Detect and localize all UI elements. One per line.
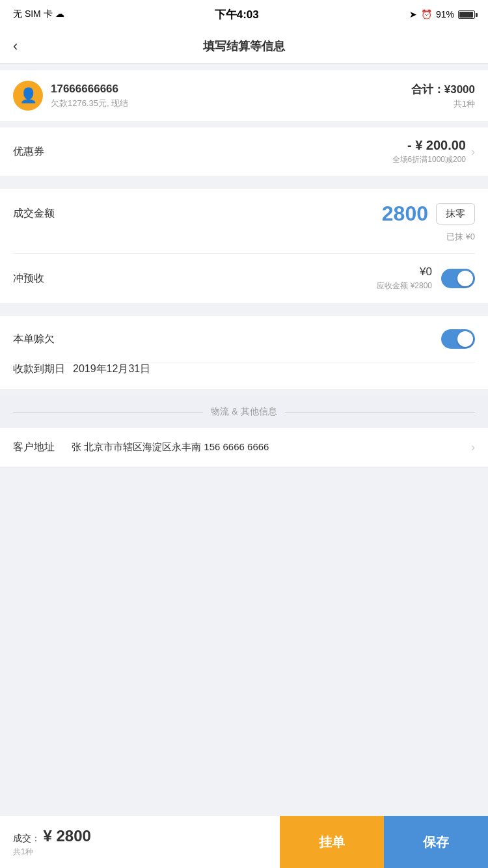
avatar-icon: 👤 bbox=[20, 87, 37, 104]
address-value: 张 北京市市辖区海淀区永丰南 156 6666 6666 bbox=[65, 440, 471, 455]
divider-1 bbox=[0, 121, 488, 128]
empty-area bbox=[0, 467, 488, 558]
bottom-count: 共1种 bbox=[13, 847, 267, 858]
coupon-row[interactable]: 优惠券 - ¥ 200.00 全场6折满1000减200 › bbox=[0, 128, 488, 176]
coupon-right-content: - ¥ 200.00 全场6折满1000减200 bbox=[392, 138, 466, 165]
logistics-line-left bbox=[13, 412, 203, 413]
status-left: 无 SIM 卡 ☁ bbox=[13, 8, 64, 20]
pre-collect-toggle[interactable] bbox=[441, 269, 475, 288]
date-value: 2019年12月31日 bbox=[73, 362, 150, 376]
status-time: 下午4:03 bbox=[215, 7, 259, 22]
user-right: 合计：¥3000 共1种 bbox=[411, 82, 475, 110]
location-icon: ➤ bbox=[409, 9, 417, 20]
toggle-knob bbox=[457, 271, 473, 286]
bottom-btn-group: 挂单 保存 bbox=[280, 816, 488, 868]
coupon-label: 优惠券 bbox=[13, 145, 44, 159]
page-header: ‹ 填写结算等信息 bbox=[0, 29, 488, 64]
deal-label: 成交金额 bbox=[13, 207, 55, 221]
coupon-chevron-icon: › bbox=[471, 145, 475, 159]
status-bar: 无 SIM 卡 ☁ 下午4:03 ➤ ⏰ 91% bbox=[0, 0, 488, 29]
user-sub: 欠款1276.35元, 现结 bbox=[51, 98, 128, 109]
date-label: 收款到期日 bbox=[13, 362, 65, 376]
coupon-amount: - ¥ 200.00 bbox=[392, 138, 466, 153]
debt-toggle[interactable] bbox=[441, 329, 475, 349]
debt-toggle-knob bbox=[457, 331, 473, 347]
deal-row: 成交金额 2800 抹零 bbox=[13, 189, 475, 231]
address-block[interactable]: 客户地址 张 北京市市辖区海淀区永丰南 156 6666 6666 › bbox=[0, 428, 488, 467]
divider-3 bbox=[0, 303, 488, 310]
deal-amount: 2800 bbox=[382, 202, 428, 226]
address-label: 客户地址 bbox=[13, 441, 65, 454]
user-left: 👤 17666666666 欠款1276.35元, 现结 bbox=[13, 81, 128, 111]
back-button[interactable]: ‹ bbox=[13, 35, 23, 57]
debt-label: 本单赊欠 bbox=[13, 332, 55, 346]
bottom-left: 成交： ¥ 2800 共1种 bbox=[0, 827, 280, 858]
save-button[interactable]: 保存 bbox=[384, 816, 488, 868]
battery-percent: 91% bbox=[436, 9, 454, 20]
logistics-text: 物流 & 其他信息 bbox=[211, 406, 277, 418]
user-card: 👤 17666666666 欠款1276.35元, 现结 合计：¥3000 共1… bbox=[0, 70, 488, 121]
total-count: 共1种 bbox=[411, 98, 475, 110]
debt-row: 本单赊欠 bbox=[13, 316, 475, 362]
round-button[interactable]: 抹零 bbox=[436, 203, 475, 224]
bottom-deal-label: 成交： bbox=[13, 833, 40, 843]
address-chevron-icon: › bbox=[471, 441, 475, 454]
coupon-right: - ¥ 200.00 全场6折满1000减200 › bbox=[392, 138, 475, 165]
bottom-amount: ¥ 2800 bbox=[43, 827, 90, 845]
user-phone: 17666666666 bbox=[51, 83, 128, 96]
deal-section: 成交金额 2800 抹零 已抹 ¥0 冲预收 ¥0 应收金额 ¥2800 bbox=[0, 189, 488, 303]
pre-sub: 应收金额 ¥2800 bbox=[377, 280, 432, 292]
pre-collect-row: 冲预收 ¥0 应收金额 ¥2800 bbox=[13, 254, 475, 303]
pre-right: ¥0 应收金额 ¥2800 bbox=[377, 265, 475, 292]
logistics-section: 物流 & 其他信息 bbox=[0, 396, 488, 428]
bottom-bar: 成交： ¥ 2800 共1种 挂单 保存 bbox=[0, 816, 488, 868]
deal-sub: 已抹 ¥0 bbox=[13, 231, 475, 253]
battery-icon bbox=[458, 10, 475, 19]
date-row: 收款到期日 2019年12月31日 bbox=[13, 362, 475, 389]
page-title: 填写结算等信息 bbox=[203, 38, 285, 54]
pre-amount: ¥0 bbox=[377, 265, 432, 278]
sim-signal: 无 SIM 卡 ☁ bbox=[13, 8, 64, 20]
bottom-deal-row: 成交： ¥ 2800 bbox=[13, 827, 267, 845]
clock-icon: ⏰ bbox=[421, 9, 432, 20]
pre-collect-label: 冲预收 bbox=[13, 272, 44, 286]
user-info: 17666666666 欠款1276.35元, 现结 bbox=[51, 83, 128, 109]
total-amount: 合计：¥3000 bbox=[411, 82, 475, 97]
debt-section: 本单赊欠 收款到期日 2019年12月31日 bbox=[0, 316, 488, 389]
logistics-line-right bbox=[285, 412, 475, 413]
coupon-desc: 全场6折满1000减200 bbox=[392, 154, 466, 165]
hang-button[interactable]: 挂单 bbox=[280, 816, 384, 868]
status-right: ➤ ⏰ 91% bbox=[409, 9, 475, 20]
deal-right: 2800 抹零 bbox=[382, 202, 475, 226]
divider-2 bbox=[0, 176, 488, 182]
pre-amount-block: ¥0 应收金额 ¥2800 bbox=[377, 265, 432, 292]
avatar: 👤 bbox=[13, 81, 43, 111]
